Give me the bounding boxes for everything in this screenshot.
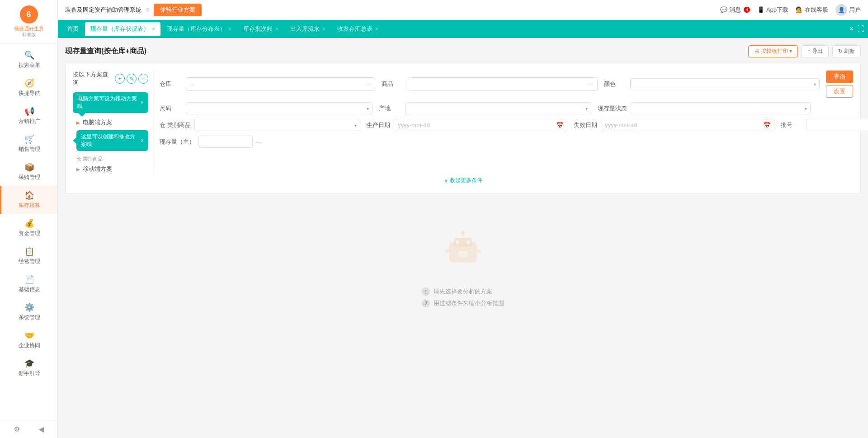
empty-state: 1 请先选择要分析的方案 2 用过滤条件来缩小分析范围 (65, 199, 861, 336)
origin-select[interactable] (405, 102, 592, 114)
batch-no-input[interactable] (806, 119, 868, 131)
template-print-button[interactable]: 🖨 按模板打印 ▾ (748, 45, 798, 57)
messages-icon: 💬 (720, 6, 727, 13)
tab-close-icon[interactable]: × (322, 26, 326, 32)
tab-close-all-icon[interactable]: × (849, 25, 854, 33)
filter-label: 按以下方案查询 (73, 71, 111, 87)
sidebar-item-purchase[interactable]: 📦 采购管理 (0, 158, 57, 186)
settings-gear-icon[interactable]: ⚙ (145, 7, 150, 13)
batch-no-label: 批号 (781, 121, 803, 129)
production-date-input[interactable] (394, 119, 567, 131)
sidebar: 6 畅捷通好生意 标准版 🔍 搜索菜单 🧭 快捷导航 📢 营销推广 🛒 销售管理… (0, 0, 58, 438)
operations-icon: 📋 (24, 246, 34, 256)
scheme-item-mobile[interactable]: ▶ 移动端方案 (73, 163, 148, 175)
support-button[interactable]: 💁 在线客服 (796, 6, 828, 14)
tab-close-icon[interactable]: × (275, 26, 278, 32)
avatar: 👤 (835, 4, 847, 16)
search-button[interactable]: 查询 (826, 71, 853, 83)
goods-dots-icon[interactable]: ··· (587, 80, 593, 88)
inventory-qty-label: 现存量（主） (160, 138, 195, 146)
sidebar-logo: 6 畅捷通好生意 标准版 (0, 0, 57, 44)
tab-fullscreen-icon[interactable]: ⛶ (857, 25, 864, 33)
sidebar-item-marketing[interactable]: 📢 营销推广 (0, 102, 57, 130)
tab-inout-flow[interactable]: 出入库流水 × (285, 22, 331, 36)
inventory-qty-min-input[interactable] (198, 136, 253, 148)
chevron-down-icon: ▾ (789, 48, 792, 54)
filter-inventory-status: 现存量状态 ▾ (598, 102, 811, 114)
filter-category: 仓 类别商品 ▾ (160, 119, 360, 131)
edit-scheme-button[interactable]: ✎ (127, 74, 137, 84)
tab-batch-ledger[interactable]: 库存批次账 × (238, 22, 284, 36)
sidebar-item-inventory[interactable]: 🏠 库存核算 (0, 186, 57, 214)
empty-tip-1: 1 请先选择要分析的方案 (422, 286, 504, 297)
system-title: 装备及固定资产辅助管理系统 (65, 6, 142, 14)
sidebar-item-guide[interactable]: 🧭 快捷导航 (0, 74, 57, 102)
add-scheme-button[interactable]: + (115, 74, 125, 84)
sidebar-item-label: 新手引导 (19, 370, 40, 377)
tooltip2-close-button[interactable]: × (141, 137, 144, 144)
industry-btn[interactable]: 体验行业方案 (154, 4, 202, 16)
calendar-icon[interactable]: 📅 (556, 122, 564, 129)
empty-tips: 1 请先选择要分析的方案 2 用过滤条件来缩小分析范围 (422, 286, 504, 309)
size-select[interactable] (186, 102, 373, 114)
tab-inventory-status[interactable]: 现存量（库存状况表） × (85, 22, 160, 36)
back-scheme-button[interactable]: ← (138, 74, 148, 84)
sidebar-item-finance[interactable]: 💰 资金管理 (0, 214, 57, 242)
tab-close-icon[interactable]: × (375, 26, 378, 32)
tooltip-pc-scheme: 电脑方案可设为移动方案哦 × (73, 92, 148, 113)
inventory-status-label: 现存量状态 (598, 104, 627, 113)
export-button[interactable]: ↑ 导出 (802, 45, 828, 57)
page-title-bar: 现存量查询(按仓库+商品) 🖨 按模板打印 ▾ ↑ 导出 ↻ 刷新 (65, 45, 861, 57)
warehouse-label: 仓库 (160, 80, 182, 88)
scheme-buttons: + ✎ ← (115, 74, 148, 84)
messages-badge: 6 (744, 7, 750, 13)
color-select[interactable] (630, 78, 820, 90)
sidebar-item-search[interactable]: 🔍 搜索菜单 (0, 46, 57, 74)
tab-receive-summary[interactable]: 收发存汇总表 × (332, 22, 384, 36)
tab-home[interactable]: 首页 (61, 22, 84, 36)
app-download-button[interactable]: 📱 App下载 (757, 6, 788, 14)
messages-button[interactable]: 💬 消息 6 (720, 6, 750, 14)
sidebar-item-label: 基础信息 (19, 286, 40, 293)
svg-rect-6 (476, 249, 481, 253)
range-dash: — (256, 138, 262, 145)
page-title: 现存量查询(按仓库+商品) (65, 47, 146, 56)
sidebar-item-operations[interactable]: 📋 经营管理 (0, 242, 57, 270)
svg-rect-4 (458, 251, 467, 257)
sidebar-item-label: 搜索菜单 (19, 61, 40, 69)
tip-number: 1 (422, 287, 430, 296)
color-label: 颜色 (604, 80, 627, 88)
tooltip1-close-button[interactable]: × (141, 99, 144, 106)
inventory-status-select[interactable] (631, 102, 811, 114)
tab-inventory-dist[interactable]: 现存量（库存分布表） × (161, 22, 237, 36)
user-button[interactable]: 👤 用户 (835, 4, 861, 16)
expiry-date-input[interactable] (601, 119, 774, 131)
sidebar-item-label: 采购管理 (19, 174, 40, 181)
sidebar-item-sales[interactable]: 🛒 销售管理 (0, 130, 57, 158)
category-select[interactable] (194, 119, 360, 131)
export-icon: ↑ (807, 48, 810, 54)
settings-button[interactable]: ⚙ (14, 425, 20, 433)
tab-close-icon[interactable]: × (228, 26, 231, 32)
production-date-label: 生产日期 (367, 121, 390, 129)
goods-label: 商品 (382, 80, 404, 88)
refresh-button[interactable]: ↻ 刷新 (832, 45, 861, 57)
refresh-icon: ↻ (838, 48, 843, 54)
filter-production-date: 生产日期 📅 (367, 119, 567, 131)
reset-button[interactable]: 设置 (826, 85, 853, 98)
tab-close-icon[interactable]: × (152, 26, 155, 32)
collapse-button[interactable]: ◀ (38, 425, 44, 433)
warehouse-dots-icon[interactable]: ··· (365, 80, 371, 88)
calendar-icon[interactable]: 📅 (763, 122, 771, 129)
sidebar-item-base[interactable]: 📄 基础信息 (0, 270, 57, 298)
sidebar-item-newbie[interactable]: 🎓 新手引导 (0, 354, 57, 382)
warehouse-placeholder: ··· (190, 81, 363, 88)
category-label: 仓 类别商品 (160, 121, 191, 129)
sidebar-item-system[interactable]: ⚙️ 系统管理 (0, 298, 57, 326)
chevron-up-icon: ∧ (444, 178, 448, 184)
guide-icon: 🧭 (24, 78, 34, 88)
scheme-item-pc[interactable]: ▶ 电脑端方案 (73, 117, 148, 128)
inventory-icon: 🏠 (24, 190, 34, 200)
sidebar-item-enterprise[interactable]: 🤝 企业协同 (0, 326, 57, 354)
collapse-button[interactable]: ∧ 收起更多条件 (73, 175, 853, 186)
